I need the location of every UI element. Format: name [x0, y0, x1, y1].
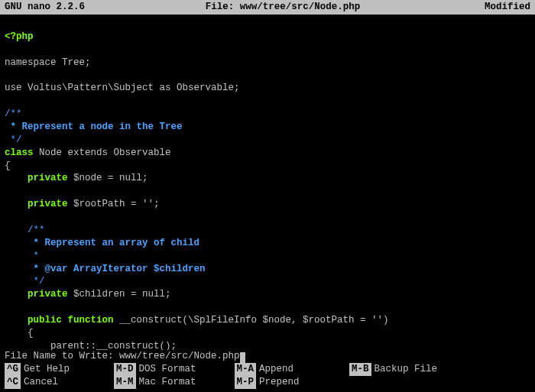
code-line: { [5, 160, 11, 171]
shortcut-row: ^C Cancel M-M Mac Format M-P Prepend [5, 376, 530, 389]
shortcut-cancel[interactable]: ^C Cancel [5, 376, 83, 389]
shortcut-dos-format[interactable]: M-D DOS Format [114, 363, 204, 376]
title-bar: GNU nano 2.2.6 File: www/tree/src/Node.p… [0, 0, 535, 15]
code-line: * @var ArrayIterator $children [5, 264, 206, 274]
code-line: public function __construct(\SplFileInfo… [5, 315, 389, 326]
prompt-label: File Name to Write: [5, 351, 119, 361]
shortcut-bar: ^G Get Help M-D DOS Format M-A Append M-… [0, 363, 535, 392]
shortcut-backup-file[interactable]: M-B Backup File [349, 363, 445, 376]
code-line: private $children = null; [5, 289, 171, 300]
code-line: private $rootPath = ''; [5, 199, 160, 209]
nano-editor: GNU nano 2.2.6 File: www/tree/src/Node.p… [0, 0, 535, 392]
code-line: */ [5, 134, 22, 145]
shortcut-get-help[interactable]: ^G Get Help [5, 363, 83, 376]
shortcut-label: Backup File [371, 363, 446, 376]
code-line: * Represent an array of child [5, 238, 199, 248]
shortcut-append[interactable]: M-A Append [235, 363, 319, 376]
shortcut-row: ^G Get Help M-D DOS Format M-A Append M-… [5, 363, 530, 376]
shortcut-key: M-D [114, 363, 136, 376]
file-path: File: www/tree/src/Node.php [127, 1, 439, 14]
app-version: GNU nano 2.2.6 [5, 1, 127, 14]
shortcut-label: Get Help [21, 363, 83, 376]
code-line: */ [5, 276, 45, 287]
shortcut-label: DOS Format [136, 363, 204, 376]
code-line: class Node extends Observable [5, 147, 171, 158]
shortcut-label: Mac Format [136, 376, 204, 389]
write-prompt[interactable]: File Name to Write: www/tree/src/Node.ph… [0, 350, 535, 363]
shortcut-key: M-B [349, 363, 371, 376]
code-line: parent::__construct(); [5, 341, 177, 351]
code-line: { [5, 328, 34, 339]
shortcut-key: M-P [235, 376, 257, 389]
code-line: <?php [5, 31, 34, 42]
code-line: * Represent a node in the Tree [5, 121, 183, 132]
modified-badge: Modified [439, 1, 530, 14]
code-line: private $node = null; [5, 173, 148, 183]
shortcut-mac-format[interactable]: M-M Mac Format [114, 376, 204, 389]
code-line: use Voltus\Pattern\Subject as Observable… [5, 83, 240, 93]
shortcut-label: Cancel [21, 376, 83, 389]
shortcut-key: ^C [5, 376, 21, 389]
code-line: * [5, 251, 39, 261]
shortcut-prepend[interactable]: M-P Prepend [235, 376, 319, 389]
prompt-input-value[interactable]: www/tree/src/Node.php [119, 351, 240, 361]
shortcut-key: M-A [235, 363, 257, 376]
editor-viewport[interactable]: <?php namespace Tree; use Voltus\Pattern… [0, 15, 535, 351]
text-cursor [240, 352, 245, 363]
shortcut-key: M-M [114, 376, 136, 389]
shortcut-label: Prepend [256, 376, 319, 389]
code-line: /** [5, 225, 45, 235]
shortcut-label: Append [256, 363, 319, 376]
code-line: namespace Tree; [5, 57, 91, 68]
code-line: /** [5, 109, 22, 119]
shortcut-key: ^G [5, 363, 21, 376]
